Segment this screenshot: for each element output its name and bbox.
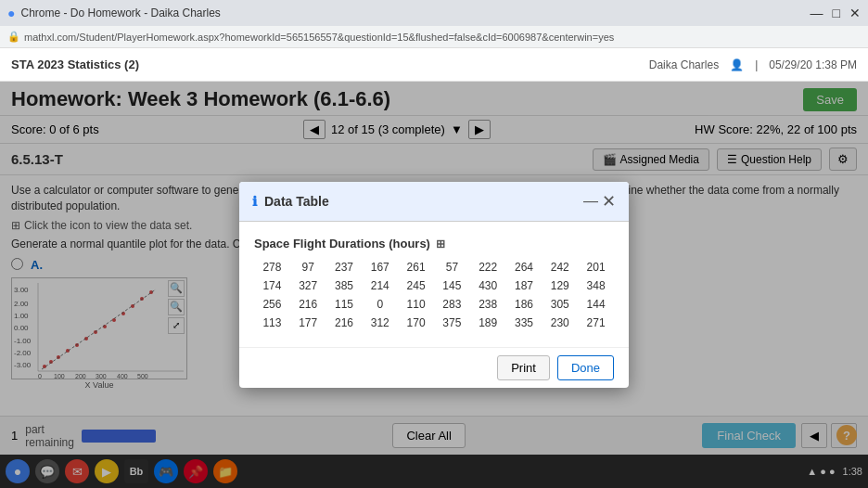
table-cell: 174: [254, 276, 290, 295]
modal-footer: Print Done: [239, 347, 629, 388]
copy-icon[interactable]: ⊞: [436, 238, 445, 250]
modal-body: Space Flight Durations (hours) ⊞ 2789723…: [239, 222, 629, 347]
table-cell: 375: [434, 314, 470, 332]
table-cell: 264: [506, 258, 542, 276]
table-cell: 113: [254, 314, 290, 332]
modal-title-text: Data Table: [264, 194, 329, 209]
table-cell: 242: [542, 258, 578, 276]
url-text: mathxl.com/Student/PlayerHomework.aspx?h…: [24, 32, 614, 43]
user-info-section: Daika Charles 👤 | 05/29/20 1:38 PM: [649, 58, 857, 71]
table-cell: 186: [506, 295, 542, 314]
table-cell: 216: [290, 295, 326, 314]
course-title: STA 2023 Statistics (2): [11, 58, 139, 71]
table-cell: 167: [362, 258, 398, 276]
modal-title-section: ℹ Data Table: [252, 194, 329, 209]
modal-header: ℹ Data Table — ✕: [239, 182, 629, 222]
table-cell: 278: [254, 258, 290, 276]
info-icon: ℹ: [252, 194, 257, 209]
table-cell: 222: [470, 258, 506, 276]
table-cell: 327: [290, 276, 326, 295]
table-cell: 245: [398, 276, 434, 295]
table-cell: 385: [326, 276, 363, 295]
table-cell: 216: [326, 314, 363, 332]
table-cell: 430: [470, 276, 506, 295]
table-cell: 312: [362, 314, 398, 332]
user-name: Daika Charles: [649, 58, 719, 71]
date-time: 05/29/20 1:38 PM: [769, 58, 857, 71]
table-cell: 230: [542, 314, 578, 332]
table-cell: 237: [326, 258, 363, 276]
top-nav: STA 2023 Statistics (2) Daika Charles 👤 …: [0, 48, 868, 82]
table-cell: 305: [542, 295, 578, 314]
done-button[interactable]: Done: [557, 355, 614, 380]
table-cell: 57: [434, 258, 470, 276]
table-cell: 201: [578, 258, 614, 276]
modal-minimize-button[interactable]: —: [583, 193, 598, 210]
table-cell: 115: [326, 295, 363, 314]
modal-overlay: ℹ Data Table — ✕ Space Flight Durations …: [0, 82, 868, 488]
table-cell: 97: [290, 258, 326, 276]
maximize-button[interactable]: □: [833, 6, 840, 20]
user-icon: 👤: [730, 58, 744, 71]
window-title: Chrome - Do Homework - Daika Charles: [20, 6, 810, 19]
table-cell: 170: [398, 314, 434, 332]
table-cell: 261: [398, 258, 434, 276]
minimize-button[interactable]: —: [811, 6, 823, 20]
table-cell: 145: [434, 276, 470, 295]
data-table-modal: ℹ Data Table — ✕ Space Flight Durations …: [239, 182, 629, 388]
table-cell: 0: [362, 295, 398, 314]
separator: |: [755, 58, 758, 71]
table-cell: 238: [470, 295, 506, 314]
title-bar: ● Chrome - Do Homework - Daika Charles —…: [0, 0, 868, 26]
window-controls[interactable]: — □ ✕: [811, 6, 861, 20]
table-cell: 129: [542, 276, 578, 295]
table-cell: 144: [578, 295, 614, 314]
close-button[interactable]: ✕: [849, 6, 861, 20]
table-title-text: Space Flight Durations (hours): [254, 237, 430, 250]
table-cell: 348: [578, 276, 614, 295]
table-row: 113177216312170375189335230271: [254, 314, 614, 332]
table-cell: 187: [506, 276, 542, 295]
table-row: 174327385214245145430187129348: [254, 276, 614, 295]
table-row: 2789723716726157222264242201: [254, 258, 614, 276]
table-cell: 214: [362, 276, 398, 295]
table-cell: 110: [398, 295, 434, 314]
modal-close-button[interactable]: ✕: [602, 191, 616, 212]
table-cell: 271: [578, 314, 614, 332]
table-cell: 335: [506, 314, 542, 332]
address-bar: 🔒 mathxl.com/Student/PlayerHomework.aspx…: [0, 26, 868, 48]
modal-controls[interactable]: — ✕: [583, 191, 616, 212]
chrome-icon: ●: [7, 6, 15, 20]
table-cell: 189: [470, 314, 506, 332]
data-table: 2789723716726157222264242201174327385214…: [254, 258, 614, 332]
table-cell: 177: [290, 314, 326, 332]
print-button[interactable]: Print: [497, 355, 550, 380]
table-title: Space Flight Durations (hours) ⊞: [254, 237, 614, 250]
table-cell: 256: [254, 295, 290, 314]
table-cell: 283: [434, 295, 470, 314]
lock-icon: 🔒: [7, 31, 20, 43]
table-row: 2562161150110283238186305144: [254, 295, 614, 314]
